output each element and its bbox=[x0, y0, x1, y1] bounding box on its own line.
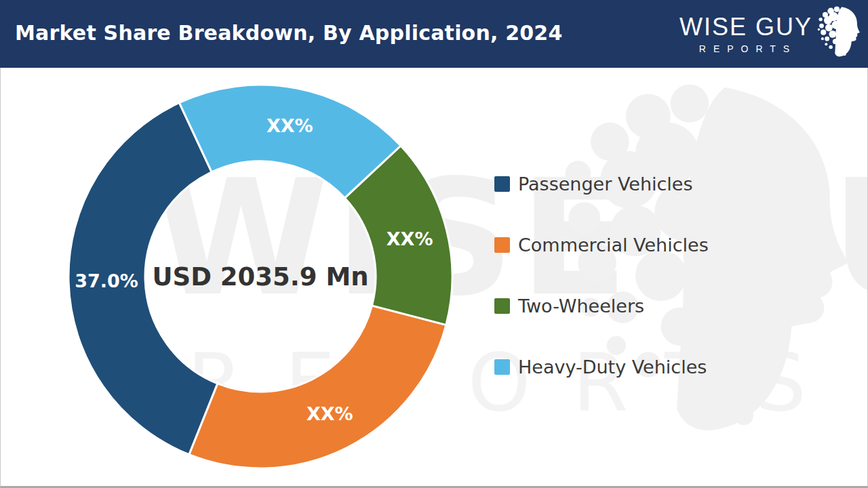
wise-guy-reports-logo: WISE GUY REPORTS bbox=[679, 5, 861, 61]
legend-label-two-wheelers: Two-Wheelers bbox=[518, 296, 644, 317]
donut-chart: 37.0%XX%XX%XX% USD 2035.9 Mn bbox=[57, 73, 464, 480]
legend-swatch-two-wheelers bbox=[494, 298, 510, 314]
header-bar: Market Share Breakdown, By Application, … bbox=[0, 0, 868, 68]
dotted-head-icon bbox=[815, 5, 861, 61]
chart-card: WISE GUY REPORTS 37.0%XX%XX%XX% USD 2035… bbox=[0, 68, 868, 488]
donut-slice-label: 37.0% bbox=[75, 270, 138, 291]
legend-label-passenger-vehicles: Passenger Vehicles bbox=[518, 174, 693, 195]
legend-swatch-commercial-vehicles bbox=[494, 237, 510, 253]
legend-swatch-passenger-vehicles bbox=[494, 176, 510, 192]
legend-item-two-wheelers: Two-Wheelers bbox=[494, 289, 709, 323]
legend-item-commercial-vehicles: Commercial Vehicles bbox=[494, 228, 709, 262]
page-title: Market Share Breakdown, By Application, … bbox=[15, 21, 563, 45]
donut-center-value: USD 2035.9 Mn bbox=[152, 262, 368, 291]
chart-legend: Passenger Vehicles Commercial Vehicles T… bbox=[494, 167, 709, 411]
donut-slice bbox=[189, 306, 446, 468]
donut-slice-label: XX% bbox=[307, 403, 353, 424]
logo-brand-subname: REPORTS bbox=[684, 43, 812, 54]
legend-swatch-heavy-duty-vehicles bbox=[494, 359, 510, 375]
donut-slice-label: XX% bbox=[387, 228, 433, 249]
logo-brand-name: WISE GUY bbox=[679, 13, 812, 41]
legend-label-commercial-vehicles: Commercial Vehicles bbox=[518, 235, 709, 256]
donut-slice-label: XX% bbox=[267, 115, 313, 136]
legend-item-heavy-duty-vehicles: Heavy-Duty Vehicles bbox=[494, 350, 709, 384]
infographic-frame: Market Share Breakdown, By Application, … bbox=[0, 0, 868, 488]
legend-item-passenger-vehicles: Passenger Vehicles bbox=[494, 167, 709, 201]
legend-label-heavy-duty-vehicles: Heavy-Duty Vehicles bbox=[518, 357, 707, 378]
